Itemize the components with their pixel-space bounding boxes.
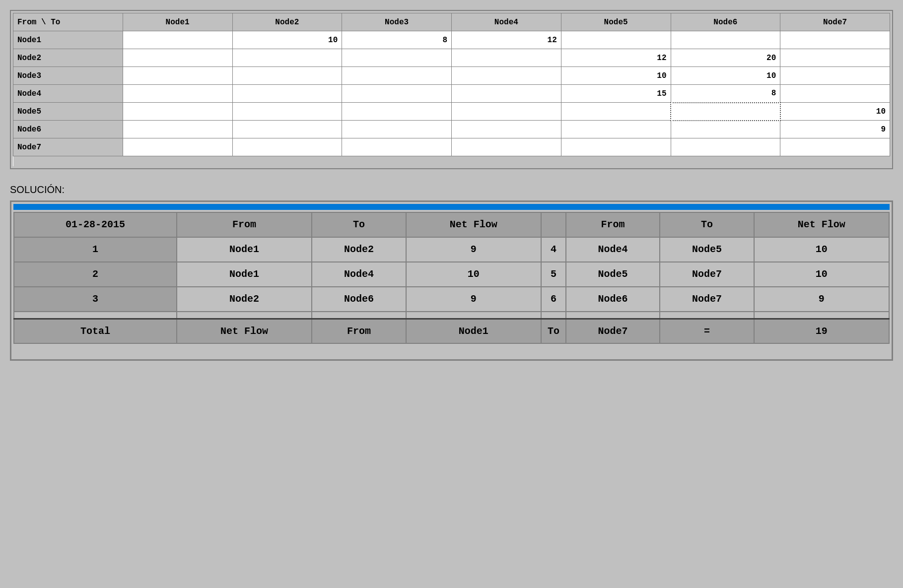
matrix-header-from-to: From \ To — [13, 13, 123, 31]
solution-row-2: 2 Node1 Node4 10 5 Node5 Node7 10 — [14, 262, 889, 287]
solution-spacer-header — [541, 212, 566, 237]
sep-cell-7 — [660, 312, 754, 319]
row2-from-left: Node1 — [177, 262, 312, 287]
solution-date-header: 01-28-2015 — [14, 212, 177, 237]
row1-to-right: Node5 — [660, 237, 754, 262]
total-node7: Node7 — [566, 319, 660, 343]
cell-node2-node4 — [452, 49, 561, 67]
row1-num: 1 — [14, 237, 177, 262]
row3-from-left: Node2 — [177, 287, 312, 312]
matrix-header-node1: Node1 — [123, 13, 232, 31]
total-netflow-label: Net Flow — [177, 319, 312, 343]
sep-cell-2 — [177, 312, 312, 319]
row-label-node6: Node6 — [13, 121, 123, 138]
cell-node7-node1 — [123, 138, 232, 156]
row3-to-left: Node6 — [312, 287, 406, 312]
row2-to-right: Node7 — [660, 262, 754, 287]
total-value: 19 — [754, 319, 889, 343]
cell-node5-node4 — [452, 103, 561, 121]
solution-table: 01-28-2015 From To Net Flow From To Net … — [13, 212, 890, 358]
table-row: Node3 10 10 — [13, 67, 890, 85]
table-row: Node5 10 — [13, 103, 890, 121]
cell-node5-node3 — [342, 103, 452, 121]
cell-node1-node7 — [780, 31, 890, 49]
matrix-header-node6: Node6 — [671, 13, 780, 31]
cell-node2-node2 — [232, 49, 342, 67]
row1-from-left: Node1 — [177, 237, 312, 262]
row2-flow-right: 10 — [754, 262, 889, 287]
table-row: Node4 15 8 — [13, 85, 890, 103]
row1-num-right: 4 — [541, 237, 566, 262]
row1-to-left: Node2 — [312, 237, 406, 262]
row-label-node2: Node2 — [13, 49, 123, 67]
cell-node4-node4 — [452, 85, 561, 103]
cell-node7-node3 — [342, 138, 452, 156]
table-row: Node1 10 8 12 — [13, 31, 890, 49]
matrix-header-node7: Node7 — [780, 13, 890, 31]
solution-netflow-header-right: Net Flow — [754, 212, 889, 237]
row-label-node5: Node5 — [13, 103, 123, 121]
bottom-padding-cell — [14, 343, 889, 357]
table-row: Node2 12 20 — [13, 49, 890, 67]
row-label-node4: Node4 — [13, 85, 123, 103]
matrix-header-node5: Node5 — [561, 13, 671, 31]
sep-cell-8 — [754, 312, 889, 319]
cell-node7-node6 — [671, 138, 780, 156]
cell-node4-node1 — [123, 85, 232, 103]
row1-flow-right: 10 — [754, 237, 889, 262]
table-row-empty — [13, 156, 890, 166]
cell-node2-node3 — [342, 49, 452, 67]
cell-node3-node3 — [342, 67, 452, 85]
sep-cell-3 — [312, 312, 406, 319]
cell-node5-node6 — [671, 103, 780, 121]
solution-to-header-left: To — [312, 212, 406, 237]
cell-node2-node7 — [780, 49, 890, 67]
solution-container: 01-28-2015 From To Net Flow From To Net … — [10, 200, 893, 361]
sep-cell-1 — [14, 312, 177, 319]
cell-node4-node3 — [342, 85, 452, 103]
row-label-node1: Node1 — [13, 31, 123, 49]
cell-node7-node5 — [561, 138, 671, 156]
row3-num: 3 — [14, 287, 177, 312]
row3-from-right: Node6 — [566, 287, 660, 312]
matrix-header-node2: Node2 — [232, 13, 342, 31]
row1-flow-left: 9 — [406, 237, 541, 262]
row3-num-right: 6 — [541, 287, 566, 312]
cell-node1-node4: 12 — [452, 31, 561, 49]
cell-node3-node7 — [780, 67, 890, 85]
cell-node3-node5: 10 — [561, 67, 671, 85]
cell-node3-node6: 10 — [671, 67, 780, 85]
solution-row-3: 3 Node2 Node6 9 6 Node6 Node7 9 — [14, 287, 889, 312]
row3-to-right: Node7 — [660, 287, 754, 312]
cell-node1-node1 — [123, 31, 232, 49]
cell-node1-node6 — [671, 31, 780, 49]
solution-row-1: 1 Node1 Node2 9 4 Node4 Node5 10 — [14, 237, 889, 262]
solution-header-row: 01-28-2015 From To Net Flow From To Net … — [14, 212, 889, 237]
matrix-header-node4: Node4 — [452, 13, 561, 31]
row2-to-left: Node4 — [312, 262, 406, 287]
cell-node7-node2 — [232, 138, 342, 156]
total-equals: = — [660, 319, 754, 343]
cell-node6-node4 — [452, 121, 561, 138]
row2-from-right: Node5 — [566, 262, 660, 287]
cell-node2-node5: 12 — [561, 49, 671, 67]
total-label: Total — [14, 319, 177, 343]
cell-node6-node5 — [561, 121, 671, 138]
total-from-label: From — [312, 319, 406, 343]
adjacency-matrix-table: From \ To Node1 Node2 Node3 Node4 Node5 … — [13, 13, 890, 166]
row3-flow-left: 9 — [406, 287, 541, 312]
cell-node6-node3 — [342, 121, 452, 138]
empty-cell — [13, 156, 890, 166]
solution-label: SOLUCIÓN: — [10, 184, 893, 196]
total-to-label: To — [541, 319, 566, 343]
cell-node5-node7: 10 — [780, 103, 890, 121]
cell-node2-node6: 20 — [671, 49, 780, 67]
solution-from-header-left: From — [177, 212, 312, 237]
cell-node1-node2: 10 — [232, 31, 342, 49]
solution-to-header-right: To — [660, 212, 754, 237]
total-node1: Node1 — [406, 319, 541, 343]
cell-node6-node7: 9 — [780, 121, 890, 138]
cell-node1-node5 — [561, 31, 671, 49]
sep-cell-4 — [406, 312, 541, 319]
solution-netflow-header-left: Net Flow — [406, 212, 541, 237]
